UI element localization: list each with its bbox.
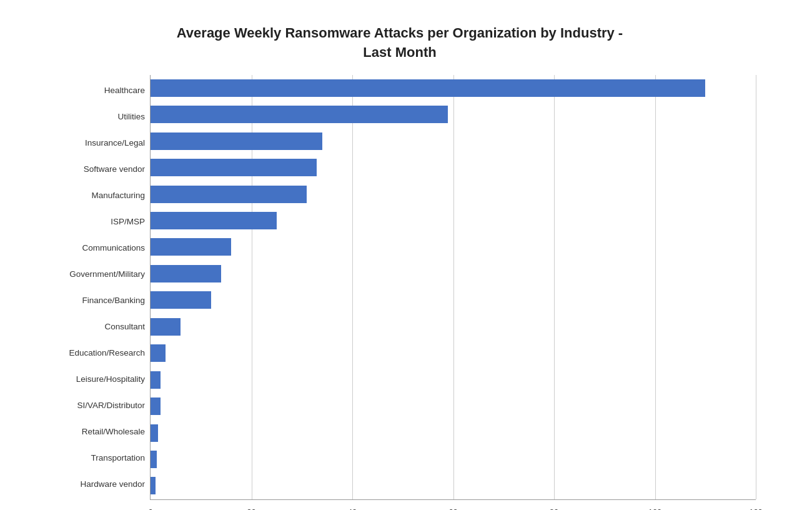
bar-row [151, 238, 231, 256]
x-tick-label: 60 [448, 508, 457, 510]
bar-row [151, 398, 161, 415]
y-label: Hardware vendor [44, 472, 145, 496]
bar-row [151, 344, 166, 362]
bar-row [151, 159, 317, 176]
y-label: Communications [44, 236, 145, 259]
bar-row [151, 106, 448, 123]
y-label: SI/VAR/Distributor [44, 394, 145, 417]
y-label: Retail/Wholesale [44, 420, 145, 443]
chart-title: Average Weekly Ransomware Attacks per Or… [44, 24, 756, 62]
bar-row [151, 132, 322, 150]
x-tick-label: 120 [749, 508, 763, 510]
chart-container: Average Weekly Ransomware Attacks per Or… [31, 11, 781, 499]
title-line2: Last Month [363, 44, 436, 60]
x-tick-label: 20 [247, 508, 255, 510]
y-label: Finance/Banking [44, 289, 145, 312]
x-tick-label: 40 [348, 508, 357, 510]
y-label: Leisure/Hospitality [44, 368, 145, 391]
bar-row [151, 212, 277, 229]
grid-line [655, 75, 656, 499]
y-label: Manufacturing [44, 184, 145, 207]
y-label: Software vendor [44, 158, 145, 181]
y-label: Transportation [44, 446, 145, 469]
chart-area: HealthcareUtilitiesInsurance/LegalSoftwa… [44, 75, 756, 500]
bars-area: 204060801001200 [150, 75, 756, 500]
bar-row [151, 371, 161, 389]
grid-line [554, 75, 555, 499]
bar-row [151, 318, 181, 336]
grid-line [453, 75, 454, 499]
title-line1: Average Weekly Ransomware Attacks per Or… [177, 25, 623, 41]
y-label: Government/Military [44, 262, 145, 286]
y-label: Utilities [44, 105, 145, 128]
bar-row [151, 265, 221, 282]
bar-row [151, 477, 156, 494]
bar-row [151, 79, 705, 97]
x-tick-label-zero: 0 [148, 508, 152, 510]
grid-line [352, 75, 353, 499]
x-tick-label: 80 [550, 508, 558, 510]
bar-row [151, 186, 307, 203]
bar-row [151, 291, 211, 309]
bar-row [151, 424, 158, 442]
y-label: Education/Research [44, 341, 145, 364]
y-axis-labels: HealthcareUtilitiesInsurance/LegalSoftwa… [44, 75, 150, 500]
y-label: Healthcare [44, 79, 145, 102]
bar-row [151, 451, 157, 468]
y-label: ISP/MSP [44, 210, 145, 233]
grid-line [756, 75, 756, 499]
y-label: Insurance/Legal [44, 131, 145, 154]
y-label: Consultant [44, 315, 145, 338]
x-tick-label: 100 [648, 508, 662, 510]
